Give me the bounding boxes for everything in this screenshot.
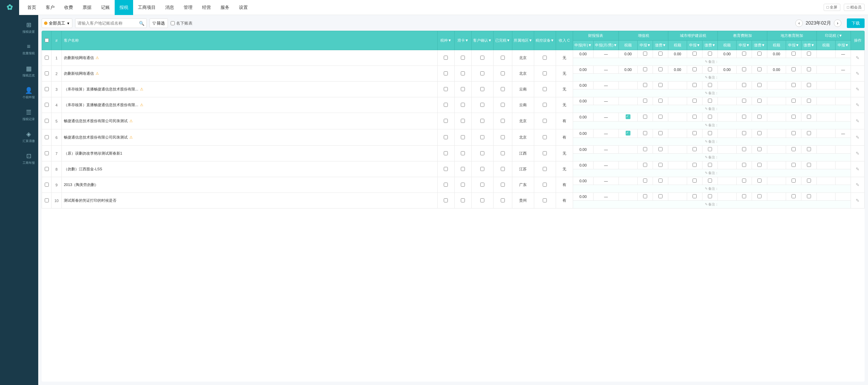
urban-declare-cell[interactable] [687, 129, 702, 138]
row-checkbox-cell[interactable] [42, 97, 52, 113]
edu-amount-checkbox[interactable] [757, 194, 762, 198]
vat-amount-checkbox[interactable] [658, 52, 663, 56]
tax-type-cell[interactable] [437, 129, 454, 146]
urban-amount-cell[interactable] [702, 97, 718, 105]
edu-amount-checkbox[interactable] [757, 147, 762, 151]
local-edu-declare-checkbox[interactable] [792, 67, 796, 71]
row-checkbox-cell[interactable] [42, 66, 52, 82]
edu-declare-cell[interactable] [737, 129, 752, 138]
urban-amount-cell[interactable] [702, 146, 718, 154]
error-icon[interactable]: ⚠ [95, 56, 99, 60]
tax-equipment-cell[interactable] [534, 146, 556, 161]
edu-declare-cell[interactable] [737, 193, 752, 201]
swipe-card-checkbox[interactable] [461, 151, 465, 155]
confirmed-cell[interactable] [471, 50, 493, 66]
confirmed-checkbox[interactable] [480, 151, 484, 155]
th-tax-type[interactable]: 税种▼ [437, 31, 454, 50]
swipe-card-cell[interactable] [454, 97, 471, 113]
sidebar-item-annual-report[interactable]: ⊡ 工商年报 [19, 147, 38, 169]
urban-declare-checkbox[interactable] [693, 194, 697, 198]
tax-type-checkbox[interactable] [444, 56, 448, 60]
filter-button[interactable]: ▽ 筛选 [150, 18, 168, 28]
confirmed-cell[interactable] [471, 161, 493, 177]
row-checkbox-cell[interactable] [42, 50, 52, 66]
local-edu-declare-cell[interactable] [786, 146, 801, 154]
tax-type-checkbox[interactable] [444, 87, 448, 91]
nav-invoice[interactable]: 票据 [78, 0, 96, 15]
tax-equipment-cell[interactable] [534, 50, 556, 66]
declared-checkbox[interactable] [501, 151, 505, 155]
urban-amount-cell[interactable] [702, 193, 718, 201]
confirmed-cell[interactable] [471, 146, 493, 161]
urban-declare-checkbox[interactable] [693, 163, 697, 167]
note-cell[interactable]: ✎备注： [573, 138, 851, 146]
tax-type-checkbox[interactable] [444, 119, 448, 123]
urban-amount-cell[interactable] [702, 82, 718, 89]
urban-declare-checkbox[interactable] [693, 115, 697, 119]
fullscreen-button[interactable]: □ 全屏 [824, 4, 841, 11]
nav-home[interactable]: 首页 [23, 0, 41, 15]
edu-declare-cell[interactable] [737, 113, 752, 122]
table-container[interactable]: # 客户名称 税种▼ 滑卡▼ 客户确认▼ 已完税▼ 所属地区▼ 税控设备▼ 收入… [42, 31, 865, 382]
tax-equipment-checkbox[interactable] [543, 198, 547, 202]
search-input[interactable] [77, 21, 139, 26]
vat-declare-checkbox[interactable] [643, 179, 647, 183]
vat-amount-checkbox[interactable] [658, 115, 663, 119]
vat-declare-checkbox[interactable] [643, 163, 647, 167]
th-swipe-card[interactable]: 滑卡▼ [454, 31, 471, 50]
declared-checkbox[interactable] [501, 71, 505, 75]
urban-amount-checkbox[interactable] [708, 179, 712, 183]
edu-amount-checkbox[interactable] [757, 131, 762, 135]
urban-amount-checkbox[interactable] [708, 115, 712, 119]
vat-declare-cell[interactable] [638, 50, 653, 58]
swipe-card-cell[interactable] [454, 146, 471, 161]
vat-declare-checkbox[interactable] [643, 194, 647, 198]
vat-amount-cell[interactable] [653, 50, 668, 58]
th-checkbox[interactable] [42, 31, 52, 50]
declared-checkbox[interactable] [501, 56, 505, 60]
edu-declare-cell[interactable] [737, 146, 752, 154]
confirmed-cell[interactable] [471, 113, 493, 129]
confirmed-checkbox[interactable] [480, 119, 484, 123]
vat-amount-checkbox[interactable] [658, 131, 663, 135]
edit-icon[interactable]: ✎ [856, 87, 859, 92]
confirmed-checkbox[interactable] [480, 167, 484, 171]
confirmed-checkbox[interactable] [480, 87, 484, 91]
vat-declare-checkbox[interactable] [643, 52, 647, 56]
urban-amount-checkbox[interactable] [708, 131, 712, 135]
vat-declare-cell[interactable] [638, 129, 653, 138]
urban-declare-checkbox[interactable] [693, 52, 697, 56]
urban-declare-checkbox[interactable] [693, 147, 697, 151]
vat-amount-cell[interactable] [653, 97, 668, 105]
tax-equipment-cell[interactable] [534, 113, 556, 129]
next-month-button[interactable]: › [834, 19, 841, 27]
select-all-checkbox[interactable] [45, 38, 49, 42]
edit-icon[interactable]: ✎ [856, 55, 859, 60]
declared-cell[interactable] [493, 193, 512, 209]
sidebar-item-tax-settings[interactable]: ⊞ 报税设置 [19, 16, 38, 38]
star-check-label[interactable]: 名下账表 [171, 20, 193, 26]
vat-declare-cell[interactable] [638, 113, 653, 122]
swipe-card-checkbox[interactable] [461, 183, 465, 187]
row-checkbox-cell[interactable] [42, 113, 52, 129]
client-name-cell[interactable]: 测试斯春的凭证打印的时候是否 [62, 193, 438, 209]
urban-declare-cell[interactable] [687, 161, 702, 169]
row-checkbox[interactable] [45, 71, 49, 75]
urban-amount-cell[interactable] [702, 50, 718, 58]
client-name-cell[interactable]: 畅捷通信息技术股份有限公司民珠测试 ⚠ [62, 129, 438, 146]
declared-checkbox[interactable] [501, 119, 505, 123]
urban-amount-cell[interactable] [702, 66, 718, 74]
edu-amount-cell[interactable] [752, 113, 767, 122]
local-edu-declare-cell[interactable] [786, 97, 801, 105]
local-edu-declare-checkbox[interactable] [792, 179, 796, 183]
tax-type-cell[interactable] [437, 193, 454, 209]
declared-cell[interactable] [493, 146, 512, 161]
nav-message[interactable]: 消息 [160, 0, 179, 15]
confirmed-cell[interactable] [471, 177, 493, 193]
th-report-year[interactable]: 申报(年)▼ [573, 41, 593, 50]
vat-amount-checkbox[interactable] [658, 99, 663, 103]
th-region[interactable]: 所属地区▼ [512, 31, 534, 50]
local-edu-declare-cell[interactable] [786, 82, 801, 89]
urban-declare-cell[interactable] [687, 82, 702, 89]
urban-amount-checkbox[interactable] [708, 67, 712, 71]
